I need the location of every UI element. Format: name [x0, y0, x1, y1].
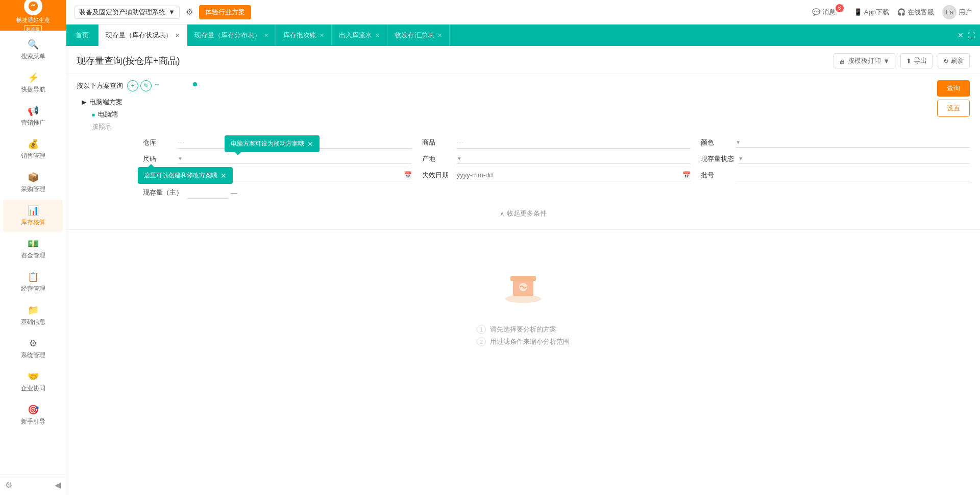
desktop-item-1[interactable]: ■ 电脑端 [92, 110, 970, 119]
filter-section: 按以下方案查询 + ✎ ← ▶ 电脑端方案 ■ [66, 74, 980, 230]
collapse-sidebar-icon[interactable]: ◀ [55, 480, 61, 490]
sidebar-item-inventory[interactable]: 📊 库存核算 [3, 200, 63, 232]
sidebar-item-enterprise[interactable]: 🤝 企业协同 [3, 366, 63, 398]
bullet-icon: ■ [92, 112, 95, 117]
sidebar-item-search[interactable]: 🔍 搜索菜单 [3, 34, 63, 66]
dot-indicator [193, 82, 197, 86]
origin-dropdown-icon: ▼ [457, 156, 462, 161]
sidebar-item-operations[interactable]: 📋 经营管理 [3, 266, 63, 298]
top-header: 装备及固定资产辅助管理系统 ▼ ⚙ 体验行业方案 💬 消息 6 📱 App下载 … [66, 0, 980, 25]
calendar-icon[interactable]: 📅 [404, 171, 412, 179]
sidebar-item-label: 库存核算 [21, 218, 45, 227]
tab-inventory-status-label: 现存量（库存状况表） [106, 31, 172, 40]
sidebar-item-finance[interactable]: 💵 资金管理 [3, 233, 63, 265]
svg-rect-3 [510, 276, 536, 281]
user-label: 用户 [959, 8, 972, 17]
goods-select[interactable]: ··· [457, 136, 691, 149]
print-btn[interactable]: 🖨 按模板打印 ▼ [834, 53, 895, 68]
tab-close-icon[interactable]: ✕ [175, 32, 180, 39]
tab-close-icon[interactable]: ✕ [320, 32, 324, 39]
edit-scheme-btn[interactable]: ✎ [140, 80, 152, 91]
close-tab-icon[interactable]: ✕ [958, 31, 964, 39]
origin-select[interactable]: ▼ [457, 154, 691, 164]
page-actions: 🖨 按模板打印 ▼ ⬆ 导出 ↻ 刷新 [834, 53, 970, 68]
sidebar-item-basicinfo[interactable]: 📁 基础信息 [3, 299, 63, 332]
empty-step-2: 2 用过滤条件来缩小分析范围 [477, 337, 570, 346]
size-label: 尺码 [143, 154, 174, 163]
tab-summary[interactable]: 收发存汇总表 ✕ [387, 25, 450, 46]
goods-label: 商品 [422, 138, 453, 147]
tab-close-icon[interactable]: ✕ [437, 32, 442, 39]
stock-min-input[interactable] [187, 186, 228, 199]
color-label: 颜色 [701, 138, 731, 147]
desktop-item-2-label: 按照品 [92, 122, 112, 131]
filter-item-stock-main: 现存量（主） — [143, 186, 970, 199]
tab-close-icon[interactable]: ✕ [375, 32, 380, 39]
tab-batch-label: 库存批次账 [283, 31, 316, 40]
main-area: 装备及固定资产辅助管理系统 ▼ ⚙ 体验行业方案 💬 消息 6 📱 App下载 … [66, 0, 980, 495]
collapse-up-icon: ∧ [500, 210, 505, 218]
tab-inventory-dist[interactable]: 现存量（库存分布表） ✕ [187, 25, 276, 46]
sidebar-item-sales[interactable]: 💰 销售管理 [3, 133, 63, 166]
page-header: 现存量查询(按仓库+商品) 🖨 按模板打印 ▼ ⬆ 导出 ↻ 刷新 [66, 46, 980, 74]
stock-range: — [187, 186, 237, 199]
tab-close-icon[interactable]: ✕ [264, 32, 268, 39]
industry-btn[interactable]: 体验行业方案 [199, 5, 251, 19]
refresh-icon: ↻ [943, 57, 949, 65]
export-btn[interactable]: ⬆ 导出 [900, 53, 933, 68]
settings-icon[interactable]: ⚙ [186, 7, 193, 17]
query-btn[interactable]: 查询 [937, 80, 970, 97]
expiry-date-input[interactable]: 📅 [457, 169, 691, 181]
edit-tooltip-close[interactable]: ✕ [220, 172, 227, 180]
arrow-left-icon[interactable]: ← [154, 80, 161, 91]
system-icon: ⚙ [29, 338, 37, 349]
stock-status-select[interactable]: ▼ [738, 154, 970, 164]
sidebar-item-marketing[interactable]: 📢 营销推广 [3, 100, 63, 132]
collapse-btn[interactable]: ∧ 收起更多条件 [500, 209, 547, 218]
online-support-btn[interactable]: 🎧 在线客服 [897, 8, 934, 17]
calendar2-icon[interactable]: 📅 [682, 171, 691, 179]
user-btn[interactable]: Ea 用户 [942, 5, 972, 19]
messages-label: 消息 [822, 8, 836, 17]
tab-inventory-status[interactable]: 现存量（库存状况表） ✕ [99, 25, 187, 46]
size-select[interactable]: ▼ [178, 154, 412, 164]
desktop-item-2[interactable]: 按照品 [92, 122, 970, 131]
goods-dots: ··· [457, 138, 464, 146]
sidebar-item-system[interactable]: ⚙ 系统管理 [3, 333, 63, 365]
logo-text: 畅捷通好生意 [16, 16, 50, 23]
settings-query-btn[interactable]: 设置 [937, 100, 970, 117]
sidebar-item-label: 销售管理 [21, 152, 45, 160]
search-icon: 🔍 [28, 39, 39, 50]
header-left: 装备及固定资产辅助管理系统 ▼ ⚙ 体验行业方案 [75, 5, 251, 19]
sidebar-item-label: 系统管理 [21, 351, 45, 360]
sidebar-item-purchase[interactable]: 📦 采购管理 [3, 167, 63, 199]
batch-input[interactable] [736, 169, 970, 181]
size-dropdown-icon: ▼ [178, 156, 183, 161]
app-download-btn[interactable]: 📱 App下载 [854, 8, 889, 17]
tab-home[interactable]: 首页 [66, 25, 99, 46]
add-scheme-btn[interactable]: + [127, 80, 138, 91]
page-title: 现存量查询(按仓库+商品) [77, 55, 180, 67]
messages-btn[interactable]: 💬 消息 6 [812, 8, 846, 17]
stock-status-dropdown-icon: ▼ [738, 156, 743, 161]
tab-inout[interactable]: 出入库流水 ✕ [332, 25, 387, 46]
scheme-tooltip-close[interactable]: ✕ [307, 140, 313, 148]
settings-bottom-icon[interactable]: ⚙ [5, 480, 12, 490]
sidebar-item-guide[interactable]: 🎯 新手引导 [3, 399, 63, 431]
color-select[interactable]: ▼ [736, 137, 970, 148]
refresh-btn[interactable]: ↻ 刷新 [938, 53, 970, 68]
sidebar: 畅捷通好生意 标准版 🔍 搜索菜单 ⚡ 快捷导航 📢 营销推广 💰 销售管理 [0, 0, 66, 495]
collapse-bar: ∧ 收起更多条件 [77, 204, 970, 223]
expiry-date-field[interactable] [457, 171, 683, 179]
sidebar-item-quicknav[interactable]: ⚡ 快捷导航 [3, 67, 63, 99]
sidebar-item-label: 企业协同 [21, 384, 45, 393]
empty-step-1: 1 请先选择要分析的方案 [477, 325, 570, 334]
system-selector[interactable]: 装备及固定资产辅助管理系统 ▼ [75, 6, 180, 19]
maximize-icon[interactable]: ⛶ [968, 31, 975, 39]
logo-icon [24, 0, 42, 15]
content-area: 现存量查询(按仓库+商品) 🖨 按模板打印 ▼ ⬆ 导出 ↻ 刷新 [66, 46, 980, 495]
origin-label: 产地 [422, 154, 453, 163]
filter-header: 按以下方案查询 + ✎ ← [77, 80, 970, 91]
tab-batch[interactable]: 库存批次账 ✕ [276, 25, 332, 46]
print-dropdown-icon: ▼ [883, 57, 890, 65]
